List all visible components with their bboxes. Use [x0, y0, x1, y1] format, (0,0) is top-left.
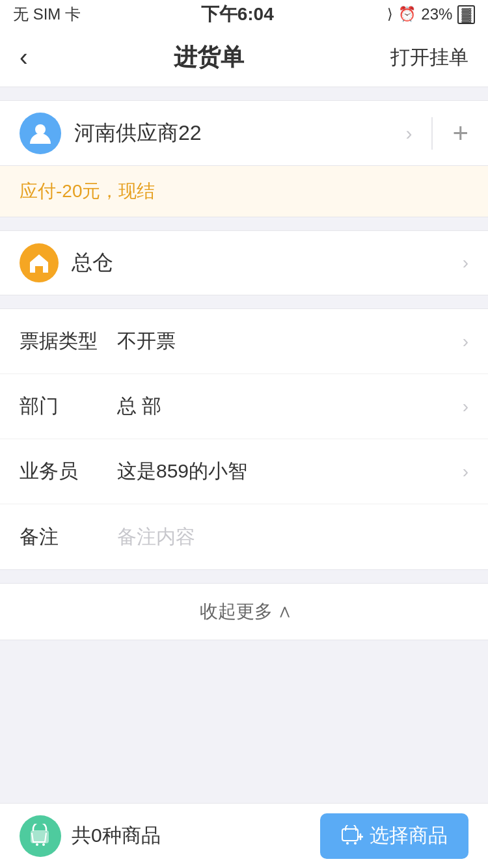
- open-pending-button[interactable]: 打开挂单: [390, 44, 468, 71]
- remark-label: 备注: [20, 524, 104, 550]
- remark-row[interactable]: 备注 备注内容: [0, 504, 488, 569]
- svg-point-7: [354, 842, 357, 845]
- supplier-avatar: [20, 113, 61, 154]
- warehouse-name: 总仓: [72, 249, 463, 277]
- cart-plus-icon: [341, 825, 363, 847]
- svg-point-3: [36, 843, 38, 846]
- notice-row: 应付-20元，现结: [0, 166, 488, 217]
- staff-value: 这是859的小智: [104, 458, 463, 485]
- staff-chevron-icon: ›: [463, 461, 468, 482]
- supplier-divider: [431, 117, 433, 150]
- product-icon: [20, 815, 61, 857]
- ticket-type-label: 票据类型: [20, 328, 104, 355]
- remark-input[interactable]: 备注内容: [104, 524, 468, 550]
- battery-label: 23%: [421, 5, 452, 23]
- gap-1: [0, 87, 488, 100]
- staff-row[interactable]: 业务员 这是859的小智 ›: [0, 439, 488, 504]
- collapse-label: 收起更多 ∧: [200, 599, 293, 624]
- ticket-type-value: 不开票: [104, 328, 463, 355]
- warehouse-icon: [20, 243, 59, 282]
- status-right: ⟩ ⏰ 23% ▓: [387, 5, 475, 24]
- product-count: 共0种商品: [72, 822, 320, 849]
- ticket-type-chevron-icon: ›: [463, 331, 468, 352]
- status-time: 下午6:04: [201, 2, 274, 27]
- svg-point-6: [346, 842, 349, 845]
- add-supplier-button[interactable]: +: [452, 118, 468, 149]
- svg-point-4: [42, 843, 45, 846]
- gap-2: [0, 217, 488, 230]
- supplier-name: 河南供应商22: [74, 119, 405, 148]
- battery-icon: ▓: [457, 5, 475, 24]
- supplier-chevron-icon: ›: [405, 122, 412, 144]
- staff-label: 业务员: [20, 458, 104, 485]
- nav-bar: ‹ 进货单 打开挂单: [0, 29, 488, 87]
- select-product-button[interactable]: 选择商品: [320, 813, 468, 859]
- ticket-type-row[interactable]: 票据类型 不开票 ›: [0, 309, 488, 374]
- svg-point-0: [35, 124, 46, 135]
- supplier-section: 河南供应商22 › + 应付-20元，现结: [0, 100, 488, 217]
- notice-text: 应付-20元，现结: [20, 181, 155, 201]
- warehouse-chevron-icon: ›: [463, 252, 468, 273]
- status-bar: 无 SIM 卡 下午6:04 ⟩ ⏰ 23% ▓: [0, 0, 488, 29]
- location-icon: ⟩: [387, 6, 393, 23]
- select-product-label: 选择商品: [370, 822, 448, 849]
- bottom-bar: 共0种商品 选择商品: [0, 803, 488, 868]
- status-left: 无 SIM 卡: [13, 4, 87, 25]
- supplier-row[interactable]: 河南供应商22 › +: [0, 101, 488, 166]
- dept-chevron-icon: ›: [463, 396, 468, 417]
- carrier-label: 无 SIM 卡: [13, 4, 81, 25]
- back-button[interactable]: ‹: [20, 44, 28, 72]
- dept-value: 总 部: [104, 393, 463, 420]
- warehouse-row[interactable]: 总仓 ›: [0, 230, 488, 295]
- svg-rect-1: [35, 266, 43, 273]
- alarm-icon: ⏰: [398, 6, 416, 23]
- dept-row[interactable]: 部门 总 部 ›: [0, 374, 488, 439]
- collapse-row[interactable]: 收起更多 ∧: [0, 583, 488, 640]
- page-title: 进货单: [174, 42, 244, 74]
- dept-label: 部门: [20, 393, 104, 420]
- form-section: 票据类型 不开票 › 部门 总 部 › 业务员 这是859的小智 › 备注 备注…: [0, 308, 488, 570]
